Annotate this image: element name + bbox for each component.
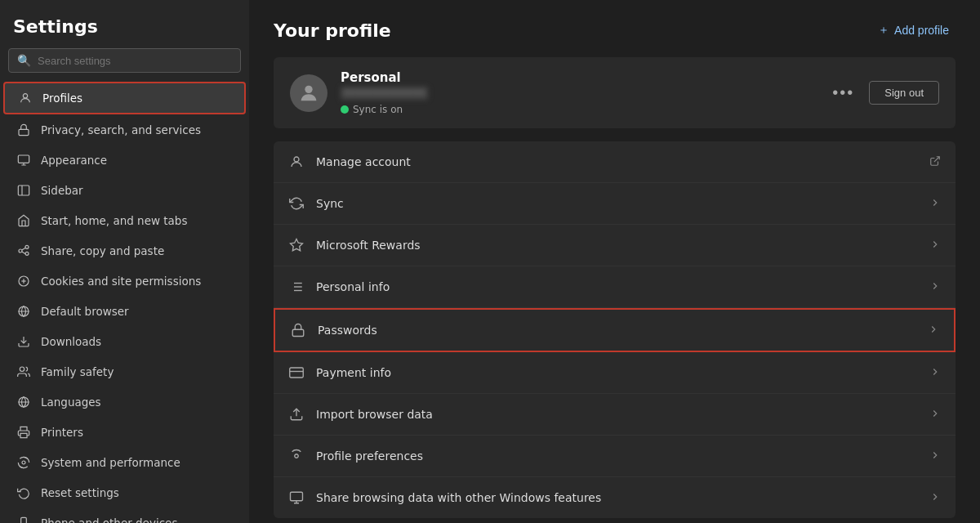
sidebar-item-reset[interactable]: Reset settings (3, 478, 246, 507)
svg-rect-35 (291, 492, 303, 501)
menu-item-label-personal-info: Personal info (316, 280, 918, 293)
external-link-icon (929, 155, 941, 169)
profile-actions: ••• Sign out (826, 80, 939, 105)
menu-item-personal-info[interactable]: Personal info (274, 266, 956, 308)
chevron-right-icon (929, 239, 941, 253)
sidebar-item-label-cookies: Cookies and site permissions (41, 275, 201, 288)
chevron-right-icon (929, 197, 941, 211)
sync-status: Sync is on (341, 104, 813, 115)
sidebar-item-share-copy[interactable]: Share, copy and paste (3, 236, 246, 266)
sidebar-nav: ProfilesPrivacy, search, and servicesApp… (0, 81, 249, 523)
svg-rect-2 (18, 155, 29, 163)
sidebar-item-printers[interactable]: Printers (3, 418, 246, 447)
sidebar-item-label-downloads: Downloads (41, 335, 101, 348)
microsoft-rewards-icon (288, 237, 305, 253)
sidebar: Settings 🔍 ProfilesPrivacy, search, and … (0, 0, 249, 523)
sidebar-item-start-home[interactable]: Start, home, and new tabs (3, 206, 246, 235)
chevron-right-icon (929, 280, 941, 294)
import-browser-data-icon (288, 406, 305, 422)
sidebar-item-label-family-safety: Family safety (41, 365, 114, 378)
profile-preferences-icon (288, 448, 305, 464)
chevron-right-icon (929, 408, 941, 422)
sidebar-item-languages[interactable]: Languages (3, 387, 246, 417)
page-header: Your profile ＋ Add profile (274, 20, 956, 41)
add-profile-button[interactable]: ＋ Add profile (871, 20, 956, 41)
main-content: Your profile ＋ Add profile Personal ••••… (249, 0, 980, 523)
personal-info-icon (288, 279, 305, 295)
menu-item-passwords[interactable]: Passwords (274, 308, 956, 352)
page-title: Your profile (274, 20, 391, 41)
svg-point-20 (305, 85, 312, 92)
svg-rect-30 (292, 329, 304, 336)
sidebar-item-appearance[interactable]: Appearance (3, 145, 246, 175)
menu-item-label-manage-account: Manage account (316, 155, 918, 168)
printers-icon (16, 425, 31, 440)
sidebar-item-downloads[interactable]: Downloads (3, 327, 246, 356)
menu-item-manage-account[interactable]: Manage account (274, 141, 956, 183)
sidebar-item-label-system: System and performance (41, 456, 180, 469)
menu-item-microsoft-rewards[interactable]: Microsoft Rewards (274, 225, 956, 266)
sidebar-item-label-profiles: Profiles (42, 92, 82, 105)
search-box[interactable]: 🔍 (8, 48, 241, 73)
profile-name: Personal (341, 70, 813, 85)
more-options-button[interactable]: ••• (826, 80, 861, 105)
sync-label: Sync is on (353, 104, 403, 115)
svg-point-15 (22, 461, 25, 464)
sidebar-item-profiles[interactable]: Profiles (3, 82, 246, 114)
sidebar-item-sidebar[interactable]: Sidebar (3, 176, 246, 205)
privacy-icon (16, 123, 31, 137)
sidebar-item-label-sidebar: Sidebar (41, 184, 83, 197)
menu-item-share-browsing[interactable]: Share browsing data with other Windows f… (274, 477, 956, 518)
profile-menu-list: Manage accountSyncMicrosoft RewardsPerso… (274, 141, 956, 518)
menu-item-label-profile-preferences: Profile preferences (316, 449, 918, 463)
share-copy-icon (16, 244, 31, 258)
default-browser-icon (16, 304, 31, 319)
sidebar-item-label-start-home: Start, home, and new tabs (41, 214, 187, 227)
svg-point-12 (20, 367, 24, 371)
svg-rect-31 (290, 368, 304, 378)
languages-icon (16, 395, 31, 409)
sidebar-item-cookies[interactable]: Cookies and site permissions (3, 266, 246, 296)
sidebar-item-family-safety[interactable]: Family safety (3, 357, 246, 387)
search-input[interactable] (38, 55, 232, 67)
add-profile-label: Add profile (894, 24, 949, 37)
sign-out-button[interactable]: Sign out (869, 81, 939, 105)
settings-title: Settings (0, 8, 249, 48)
menu-item-label-import-browser-data: Import browser data (316, 408, 918, 421)
svg-marker-23 (291, 239, 303, 251)
passwords-icon (290, 322, 306, 338)
svg-point-0 (23, 94, 27, 98)
sidebar-item-default-browser[interactable]: Default browser (3, 297, 246, 326)
menu-item-label-share-browsing: Share browsing data with other Windows f… (316, 491, 918, 504)
search-icon: 🔍 (17, 54, 31, 67)
avatar (290, 74, 327, 112)
sidebar-item-label-share-copy: Share, copy and paste (41, 244, 164, 257)
sidebar-item-privacy[interactable]: Privacy, search, and services (3, 115, 246, 145)
reset-icon (16, 485, 31, 500)
menu-item-import-browser-data[interactable]: Import browser data (274, 394, 956, 436)
sidebar-item-label-default-browser: Default browser (41, 305, 129, 318)
svg-point-21 (294, 157, 299, 162)
sync-icon (288, 195, 305, 212)
downloads-icon (16, 334, 31, 349)
svg-rect-1 (19, 129, 29, 135)
appearance-icon (16, 153, 31, 168)
payment-info-icon (288, 364, 305, 381)
profiles-icon (18, 91, 33, 105)
sidebar-icon (16, 183, 31, 198)
sidebar-item-label-phone: Phone and other devices (41, 516, 177, 523)
profile-card: Personal •••••••••••••• Sync is on ••• S… (274, 57, 956, 128)
system-icon (16, 455, 31, 470)
menu-item-payment-info[interactable]: Payment info (274, 352, 956, 394)
svg-rect-3 (18, 186, 29, 195)
sidebar-item-system[interactable]: System and performance (3, 448, 246, 477)
sync-dot (341, 105, 349, 114)
menu-item-profile-preferences[interactable]: Profile preferences (274, 436, 956, 477)
plus-icon: ＋ (878, 23, 889, 38)
chevron-right-icon (929, 366, 941, 380)
menu-item-sync[interactable]: Sync (274, 183, 956, 225)
profile-info: Personal •••••••••••••• Sync is on (341, 70, 813, 115)
sidebar-item-phone[interactable]: Phone and other devices (3, 508, 246, 523)
menu-item-label-microsoft-rewards: Microsoft Rewards (316, 239, 918, 252)
share-browsing-icon (288, 489, 305, 506)
